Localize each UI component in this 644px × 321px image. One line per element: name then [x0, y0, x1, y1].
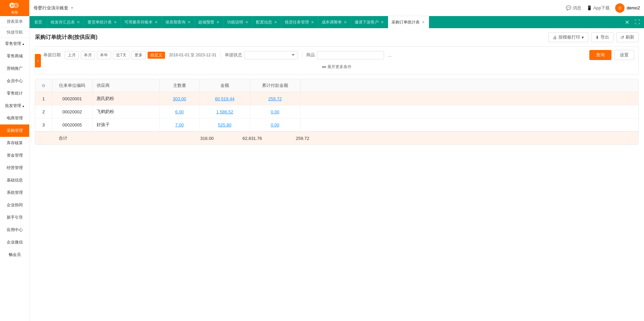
date-custom-badge: 自定义	[148, 52, 165, 59]
export-icon: ⬇	[595, 35, 599, 40]
tab-invite[interactable]: 邀请下游客户 ✕	[351, 16, 388, 28]
tab-close-collect[interactable]: ✕	[76, 20, 80, 25]
workspace-dropdown-icon[interactable]: ▾	[71, 6, 73, 10]
print-button[interactable]: 🖨 按模板打印 ▾	[548, 32, 588, 42]
refresh-button[interactable]: ↺ 刷新	[616, 32, 639, 42]
cell-amount[interactable]: 1,586.52	[200, 105, 250, 118]
date-more-button[interactable]: 更多	[131, 51, 146, 59]
date-last-month-button[interactable]: 上月	[65, 51, 79, 59]
sidebar-item-purchase[interactable]: 采购管理	[0, 124, 29, 137]
sidebar-item-system[interactable]: 系统管理	[0, 186, 29, 199]
topbar: 母婴行业演示账套 ▾ 💬 消息 📱 App下载 D demo2	[30, 0, 644, 16]
tab-config[interactable]: 配置信息 ✕	[253, 16, 281, 28]
col-code-header: 往来单位编码	[52, 79, 92, 92]
tab-inventory[interactable]: 可用量库存账本 ✕	[121, 16, 162, 28]
tab-order-stats[interactable]: 要货单统计表 ✕	[84, 16, 121, 28]
sidebar-item-mall[interactable]: 零售商城	[0, 50, 29, 62]
tab-purchase-stats[interactable]: 采购订单统计表 ✕	[388, 16, 429, 28]
tab-close-all-button[interactable]: ✕	[624, 18, 631, 26]
cell-qty[interactable]: 303.00	[159, 92, 200, 105]
cell-code: 00020005	[52, 118, 92, 131]
cell-supplier: 惠氏奶粉	[92, 92, 159, 105]
cell-qty[interactable]: 6.00	[159, 105, 200, 118]
tab-function[interactable]: 功能说明 ✕	[224, 16, 253, 28]
sidebar-item-member[interactable]: 会员中心	[0, 75, 29, 87]
app-download-label: App下载	[593, 5, 610, 11]
sidebar-item-quicknav[interactable]: 快捷导航	[0, 28, 29, 38]
settings-button[interactable]: 设置	[614, 50, 634, 60]
tab-cost-adjust[interactable]: 成本调整单 ✕	[318, 16, 351, 28]
date-7days-button[interactable]: 近7天	[113, 51, 129, 59]
tab-home[interactable]: 首页	[30, 16, 47, 28]
user-menu[interactable]: D demo2	[615, 3, 640, 13]
cell-amount[interactable]: 525.80	[200, 118, 250, 131]
goods-filter-more[interactable]: ...	[386, 52, 393, 58]
page-actions: 🖨 按模板打印 ▾ ⬇ 导出 ↺ 刷新	[548, 32, 639, 42]
sidebar-item-vip[interactable]: 畅会员	[0, 249, 29, 261]
tab-expiry[interactable]: 保质期查询 ✕	[162, 16, 195, 28]
print-dropdown-icon: ▾	[582, 35, 584, 40]
tab-picking-label: 拣货任务管理	[285, 19, 309, 25]
tab-close-overstock[interactable]: ✕	[216, 20, 220, 25]
col-paid-header: 累计付款金额	[250, 79, 300, 92]
message-label: 消息	[573, 5, 581, 11]
sidebar-item-enterprise[interactable]: 企业协同	[0, 199, 29, 211]
sidebar-item-basic[interactable]: 基础信息	[0, 174, 29, 186]
status-filter-select[interactable]	[244, 51, 298, 59]
filter-toggle-button[interactable]: ›	[35, 54, 41, 67]
print-label: 按模板打印	[558, 34, 580, 40]
cell-paid[interactable]: 0.00	[250, 118, 300, 131]
date-this-month-button[interactable]: 本月	[81, 51, 95, 59]
sidebar-item-wechat[interactable]: 企业微信	[0, 236, 29, 249]
col-settings-header[interactable]: ⚙	[35, 79, 52, 92]
sidebar-item-newbie[interactable]: 新手引导	[0, 211, 29, 224]
goods-filter-input[interactable]	[317, 51, 384, 59]
message-button[interactable]: 💬 消息	[566, 5, 581, 11]
app-download-button[interactable]: 📱 App下载	[587, 5, 610, 11]
cell-paid[interactable]: 259.72	[250, 92, 300, 105]
tab-close-config[interactable]: ✕	[273, 20, 278, 25]
tab-close-invite[interactable]: ✕	[380, 20, 384, 25]
filter-expand-button[interactable]: ▾▾ 展开更多条件	[319, 63, 354, 71]
tab-close-purchase-stats[interactable]: ✕	[421, 20, 425, 25]
cell-seq: 2	[35, 105, 52, 118]
sidebar-item-appscenter[interactable]: 应用中心	[0, 224, 29, 236]
sidebar-item-retail[interactable]: 零售管理 ▴	[0, 38, 29, 50]
svg-text:好: 好	[10, 4, 14, 7]
sidebar-item-wholesale-label: 批发管理	[5, 103, 21, 109]
cell-qty[interactable]: 7.00	[159, 118, 200, 131]
cell-amount[interactable]: 60,519.44	[200, 92, 250, 105]
cell-rest	[300, 92, 638, 105]
footer-total-paid: 259.72	[277, 136, 328, 141]
data-table-wrapper: ⚙ 往来单位编码 供应商 主数量 金额 累计付款金额 1 00020001 惠氏…	[35, 79, 639, 145]
sidebar-item-finance[interactable]: 资金管理	[0, 149, 29, 162]
footer-total-label: 合计	[56, 135, 187, 141]
tab-close-expiry[interactable]: ✕	[187, 20, 191, 25]
tab-picking[interactable]: 拣货任务管理 ✕	[281, 16, 318, 28]
sidebar-item-inventory-check[interactable]: 库存核算	[0, 137, 29, 149]
tab-close-function[interactable]: ✕	[245, 20, 249, 25]
sidebar-item-ecommerce[interactable]: 电商管理	[0, 112, 29, 124]
tab-close-cost-adjust[interactable]: ✕	[343, 20, 347, 25]
sidebar-item-marketing[interactable]: 营销推广	[0, 62, 29, 75]
sidebar-item-search[interactable]: 搜索菜单	[0, 16, 29, 28]
tab-close-order-stats[interactable]: ✕	[113, 20, 117, 25]
table-row: 2 00020002 飞鹤奶粉 6.00 1,586.52 0.00	[35, 105, 638, 118]
query-button[interactable]: 查询	[589, 50, 611, 60]
sidebar-item-wholesale[interactable]: 批发管理 ▴	[0, 100, 29, 112]
filter-expand-row: ▾▾ 展开更多条件	[39, 63, 634, 71]
phone-icon: 📱	[587, 5, 592, 10]
tab-close-inventory[interactable]: ✕	[154, 20, 158, 25]
export-button[interactable]: ⬇ 导出	[591, 32, 613, 42]
col-qty-header: 主数量	[159, 79, 200, 92]
tab-overstock[interactable]: 超储预警 ✕	[195, 16, 224, 28]
tab-collect[interactable]: 收发存汇总表 ✕	[47, 16, 84, 28]
tab-maximize-button[interactable]: ⛶	[633, 18, 641, 26]
date-this-year-button[interactable]: 本年	[97, 51, 111, 59]
sidebar-item-retail-stats[interactable]: 零售统计	[0, 87, 29, 100]
col-rest-header	[300, 79, 638, 92]
cell-paid[interactable]: 0.00	[250, 105, 300, 118]
sidebar-item-biz[interactable]: 经营管理	[0, 162, 29, 174]
topbar-right: 💬 消息 📱 App下载 D demo2	[566, 3, 640, 13]
tab-close-picking[interactable]: ✕	[310, 20, 315, 25]
